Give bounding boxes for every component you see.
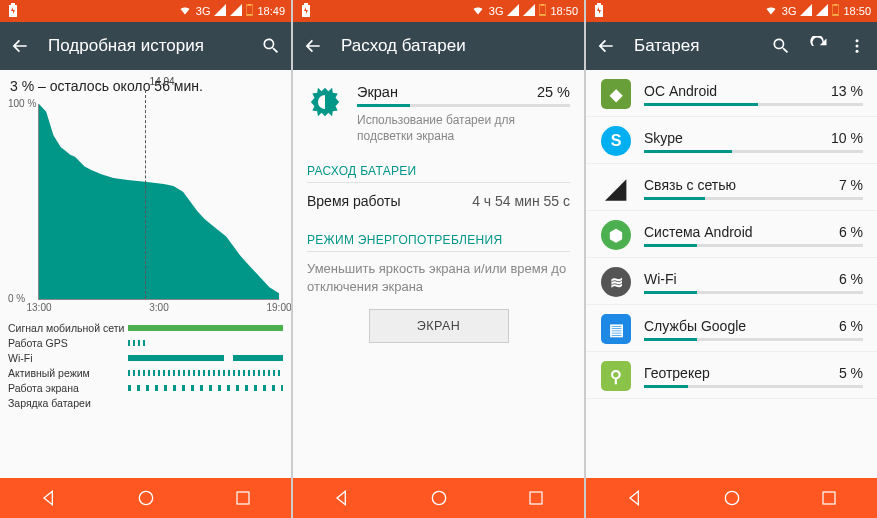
app-percent: 6 % bbox=[839, 271, 863, 287]
phone-battery-list: 3G 18:50 Батарея ◆ОС Android13 %SSkype10… bbox=[586, 0, 877, 518]
page-title: Подробная история bbox=[48, 36, 204, 56]
back-icon[interactable] bbox=[596, 36, 616, 56]
app-progress bbox=[644, 385, 863, 388]
track-label: Зарядка батареи bbox=[8, 397, 128, 409]
back-icon[interactable] bbox=[10, 36, 30, 56]
status-bar: 3G 18:50 bbox=[586, 0, 877, 22]
runtime-value: 4 ч 54 мин 55 с bbox=[472, 193, 570, 209]
app-name: Wi-Fi bbox=[644, 271, 677, 287]
track-row: Работа экрана bbox=[8, 380, 283, 395]
nav-bar bbox=[0, 478, 291, 518]
refresh-icon[interactable] bbox=[809, 36, 829, 56]
track-row: Работа GPS bbox=[8, 335, 283, 350]
app-name: Skype bbox=[644, 130, 683, 146]
system-icon: ⬢ bbox=[600, 219, 632, 251]
svg-marker-3 bbox=[39, 104, 279, 299]
nav-home-icon[interactable] bbox=[722, 488, 742, 508]
chart-box: 14.04 13:00 3:00 19:00 bbox=[38, 104, 279, 300]
app-bar: Расход батареи bbox=[293, 22, 584, 70]
app-row[interactable]: ≋Wi-Fi6 % bbox=[586, 258, 877, 305]
network-label: 3G bbox=[196, 5, 211, 17]
detail-header: Экран 25 % Использование батареи для под… bbox=[293, 70, 584, 150]
page-title: Батарея bbox=[634, 36, 699, 56]
nav-back-icon[interactable] bbox=[39, 488, 59, 508]
app-row[interactable]: ◆ОС Android13 % bbox=[586, 70, 877, 117]
nav-recent-icon[interactable] bbox=[526, 488, 546, 508]
app-percent: 7 % bbox=[839, 177, 863, 193]
track-label: Сигнал мобильной сети bbox=[8, 322, 128, 334]
battery-icon bbox=[539, 4, 546, 18]
x-tick: 3:00 bbox=[149, 302, 168, 313]
app-progress bbox=[644, 103, 863, 106]
skype-icon: S bbox=[600, 125, 632, 157]
app-bar: Батарея bbox=[586, 22, 877, 70]
android-icon: ◆ bbox=[600, 78, 632, 110]
app-percent: 5 % bbox=[839, 365, 863, 381]
svg-point-14 bbox=[856, 39, 859, 42]
svg-rect-2 bbox=[247, 14, 252, 16]
x-tick: 19:00 bbox=[266, 302, 291, 313]
app-name: ОС Android bbox=[644, 83, 717, 99]
svg-point-16 bbox=[856, 50, 859, 53]
screen-button[interactable]: ЭКРАН bbox=[369, 309, 509, 343]
svg-rect-13 bbox=[833, 14, 838, 16]
battery-chart: 100 % 0 % 14.04 13:00 3:00 19:00 bbox=[0, 98, 291, 318]
charging-icon bbox=[8, 3, 18, 19]
svg-rect-5 bbox=[237, 492, 249, 504]
app-percent: 10 % bbox=[831, 130, 863, 146]
app-row[interactable]: ▤Службы Google6 % bbox=[586, 305, 877, 352]
clock: 18:50 bbox=[843, 5, 871, 17]
svg-point-9 bbox=[432, 491, 445, 504]
svg-point-17 bbox=[725, 491, 738, 504]
runtime-label: Время работы bbox=[307, 193, 401, 209]
track-row: Wi-Fi bbox=[8, 350, 283, 365]
app-name: Связь с сетью bbox=[644, 177, 736, 193]
track-row: Сигнал мобильной сети bbox=[8, 320, 283, 335]
svg-rect-8 bbox=[540, 14, 545, 16]
item-name: Экран bbox=[357, 84, 398, 100]
wifi-icon: ≋ bbox=[600, 266, 632, 298]
charging-icon bbox=[594, 3, 604, 19]
svg-point-15 bbox=[856, 45, 859, 48]
item-desc: Использование батареи для подсветки экра… bbox=[357, 113, 570, 144]
back-icon[interactable] bbox=[303, 36, 323, 56]
y-tick-top: 100 % bbox=[8, 98, 36, 109]
track-row: Зарядка батареи bbox=[8, 395, 283, 410]
nav-back-icon[interactable] bbox=[625, 488, 645, 508]
app-row[interactable]: ◢Связь с сетью7 % bbox=[586, 164, 877, 211]
nav-home-icon[interactable] bbox=[136, 488, 156, 508]
app-percent: 6 % bbox=[839, 318, 863, 334]
app-row[interactable]: SSkype10 % bbox=[586, 117, 877, 164]
app-bar: Подробная история bbox=[0, 22, 291, 70]
nav-bar bbox=[293, 478, 584, 518]
section-usage-label: РАСХОД БАТАРЕИ bbox=[293, 150, 584, 182]
app-progress bbox=[644, 291, 863, 294]
nav-back-icon[interactable] bbox=[332, 488, 352, 508]
app-name: Геотрекер bbox=[644, 365, 710, 381]
app-row[interactable]: ⬢Система Android6 % bbox=[586, 211, 877, 258]
app-progress bbox=[644, 197, 863, 200]
network-label: 3G bbox=[489, 5, 504, 17]
wifi-icon bbox=[471, 4, 485, 18]
phone-usage-detail: 3G 18:50 Расход батареи Экран 25 % Испол… bbox=[293, 0, 584, 518]
track-bar bbox=[128, 400, 283, 406]
section-mode-label: РЕЖИМ ЭНЕРГОПОТРЕБЛЕНИЯ bbox=[293, 219, 584, 251]
charging-icon bbox=[301, 3, 311, 19]
search-icon[interactable] bbox=[261, 36, 281, 56]
search-icon[interactable] bbox=[771, 36, 791, 56]
signal-icon bbox=[507, 4, 519, 18]
app-row[interactable]: ⚲Геотрекер5 % bbox=[586, 352, 877, 399]
nav-home-icon[interactable] bbox=[429, 488, 449, 508]
y-tick-bottom: 0 % bbox=[8, 293, 25, 304]
nav-recent-icon[interactable] bbox=[233, 488, 253, 508]
nav-bar bbox=[586, 478, 877, 518]
track-label: Активный режим bbox=[8, 367, 128, 379]
track-bar bbox=[128, 340, 283, 346]
track-label: Работа GPS bbox=[8, 337, 128, 349]
brightness-icon bbox=[307, 84, 343, 120]
nav-recent-icon[interactable] bbox=[819, 488, 839, 508]
track-bar bbox=[128, 325, 283, 331]
track-row: Активный режим bbox=[8, 365, 283, 380]
svg-rect-7 bbox=[541, 4, 544, 6]
overflow-icon[interactable] bbox=[847, 36, 867, 56]
